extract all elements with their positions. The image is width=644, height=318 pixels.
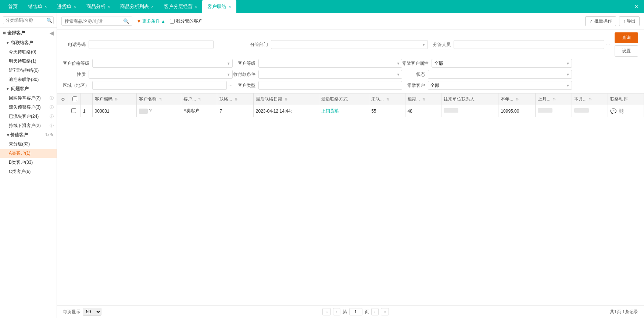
nav-product-analysis-list[interactable]: 商品分析列表 × (115, 0, 158, 13)
more-filters-button[interactable]: ▼ 更多条件 ▲ (137, 18, 165, 24)
sidebar-item-churned[interactable]: 已流失客户(24) ⓘ (0, 112, 57, 121)
sidebar-item-churn-warning[interactable]: 流失预警客户(3) ⓘ (0, 103, 57, 112)
my-customers-checkbox[interactable] (170, 19, 175, 24)
filter-row-3: 性质 ▼ 收付款条件 ▼ 状态 (63, 70, 638, 79)
sort-type-icon: ⇅ (198, 97, 201, 101)
payment-select[interactable] (258, 70, 402, 79)
column-no-contact[interactable]: 未联... ⇅ (369, 93, 405, 105)
prev-page-button[interactable]: ‹ (333, 308, 340, 315)
region-dots-icon[interactable]: ··· (228, 82, 233, 88)
sparse-customer-select[interactable]: 全部 (428, 81, 572, 90)
value-customers-header[interactable]: ▼ 价值客户 ↻ ✎ (0, 130, 57, 139)
customer-grade-select[interactable] (258, 59, 402, 68)
export-button[interactable]: ↑ 导出 (619, 16, 640, 26)
filter-row-4: 区域（地区） ··· 客户类型 零散客户 全部 ▼ (63, 81, 638, 90)
pending-contact-header[interactable]: ▼ 待联络客户 (0, 38, 57, 47)
message-icon[interactable]: 💬 (610, 108, 616, 114)
page-number-input[interactable] (349, 308, 362, 315)
sidebar-item-7days[interactable]: 近7天待联络(0) (0, 66, 57, 75)
status-select[interactable] (428, 70, 572, 79)
sidebar-item-overdue[interactable]: 逾期未联络(30) (0, 75, 57, 84)
link-icon[interactable]: ⛓ (619, 108, 624, 114)
column-this-year[interactable]: 本年... ⇅ (498, 93, 536, 105)
sidebar-search-icon: 🔍 (46, 18, 52, 23)
global-close-button[interactable]: × (632, 3, 641, 10)
sidebar-item-unclassified[interactable]: 未分组(32) (0, 139, 57, 149)
filter-dept: 分管部门 ▼ (245, 40, 427, 49)
nav-customer-contact-close[interactable]: × (229, 4, 231, 9)
column-last-date[interactable]: 最后联络日期 ⇅ (253, 93, 319, 105)
column-gear[interactable]: ⚙ (57, 93, 69, 105)
company-contact-placeholder (444, 108, 458, 113)
sparse-attr-select[interactable]: 全部 (432, 59, 572, 68)
column-name[interactable]: 客户名称 ⇅ (137, 93, 181, 105)
customer-type-input[interactable] (258, 81, 402, 90)
refresh-icon[interactable]: ↻ (45, 132, 49, 138)
column-contact-count[interactable]: 联络... ⇅ (217, 93, 253, 105)
nav-sales-close[interactable]: × (44, 4, 47, 9)
nav-product-list-close[interactable]: × (151, 4, 153, 9)
column-type[interactable]: 客户... ⇅ (181, 93, 217, 105)
manager-dots-icon[interactable]: ··· (606, 42, 610, 47)
first-page-button[interactable]: « (322, 308, 331, 315)
sidebar-item-declining[interactable]: 持续下滑客户(2) ⓘ (0, 121, 57, 130)
page-size-select[interactable]: 50 100 200 (83, 308, 101, 316)
last-method-link[interactable]: 下销货单 (321, 108, 339, 113)
price-grade-select[interactable] (92, 59, 233, 68)
filter-nature: 性质 ▼ (63, 70, 233, 79)
sidebar-all-customers-header[interactable]: ⊞ 全部客户 ◀ (0, 28, 57, 38)
sidebar-item-class-c[interactable]: C类客户(6) (0, 167, 57, 176)
nav-customer-tier-close[interactable]: × (195, 4, 197, 9)
table-header-row: ⚙ 客户编码 ⇅ 客户名称 ⇅ 客户... ⇅ 联络... ⇅ 最后联络日期 ⇅… (57, 93, 644, 105)
nav-product-analysis[interactable]: 商品分析 × (81, 0, 115, 13)
sidebar-item-class-a[interactable]: A类客户(1) (0, 149, 57, 158)
filter-manager: 分管人员 ··· (428, 40, 610, 49)
nature-select[interactable] (89, 70, 233, 79)
sort-code-icon: ⇅ (115, 97, 118, 101)
cell-this-month (572, 105, 608, 117)
filter-payment: 收付款条件 ▼ (233, 70, 402, 79)
problem-customers-header[interactable]: ▼ 问题客户 (0, 84, 57, 93)
sidebar-item-today[interactable]: 今天待联络(0) (0, 47, 57, 57)
nav-sales[interactable]: 销售单 × (23, 0, 52, 13)
column-this-month[interactable]: 本月... ⇅ (572, 93, 608, 105)
row-checkbox[interactable] (71, 108, 76, 113)
nav-product-analysis-close[interactable]: × (108, 4, 110, 9)
column-check[interactable] (69, 93, 81, 105)
sort-thisyear-icon: ⇅ (516, 97, 519, 101)
arrow-down-icon: ▼ (6, 41, 10, 45)
region-input[interactable] (92, 81, 227, 90)
nav-customer-tier[interactable]: 客户分层经营 × (159, 0, 202, 13)
nav-customer-contact[interactable]: 客户联络 × (202, 0, 236, 13)
manager-input[interactable] (454, 40, 605, 49)
sidebar-collapse-icon[interactable]: ◀ (50, 30, 54, 36)
sidebar-item-repurchase-anomaly[interactable]: 回购异常客户(2) ⓘ (0, 93, 57, 103)
next-page-button[interactable]: › (371, 308, 379, 315)
page-nav: « ‹ 第 页 › » (322, 308, 389, 315)
cell-last-method[interactable]: 下销货单 (319, 105, 369, 117)
filter-customer-grade: 客户等级 ▼ (233, 59, 402, 68)
last-page-button[interactable]: » (381, 308, 389, 315)
phone-input[interactable] (89, 40, 214, 49)
nav-purchase-close[interactable]: × (74, 4, 76, 9)
filter-sparse-customer: 零散客户 全部 ▼ (402, 81, 572, 90)
dept-select[interactable] (271, 40, 427, 49)
sidebar-item-tomorrow[interactable]: 明天待联络(1) (0, 57, 57, 66)
search-input[interactable] (62, 17, 121, 25)
edit-icon[interactable]: ✎ (50, 132, 54, 138)
customer-table: ⚙ 客户编码 ⇅ 客户名称 ⇅ 客户... ⇅ 联络... ⇅ 最后联络日期 ⇅… (57, 93, 644, 117)
column-last-month[interactable]: 上月... ⇅ (536, 93, 572, 105)
setting-button[interactable]: 设置 (615, 45, 638, 57)
sidebar-item-class-b[interactable]: B类客户(33) (0, 158, 57, 167)
filter-sparse-attr: 零散客户属性 全部 ▼ (402, 59, 572, 68)
nav-home[interactable]: 首页 (3, 0, 23, 13)
nav-purchase[interactable]: 进货单 × (52, 0, 81, 13)
query-button[interactable]: 查询 (615, 32, 638, 43)
column-code[interactable]: 客户编码 ⇅ (92, 93, 137, 105)
batch-op-button[interactable]: ✓ 批量操作 (585, 16, 616, 26)
column-overdue[interactable]: 逾期... ⇅ (405, 93, 441, 105)
search-button[interactable]: 🔍 (121, 17, 132, 25)
select-all-checkbox[interactable] (72, 96, 77, 101)
my-customers-checkbox-label[interactable]: 我分管的客户 (170, 18, 203, 24)
cell-check[interactable] (69, 105, 81, 117)
